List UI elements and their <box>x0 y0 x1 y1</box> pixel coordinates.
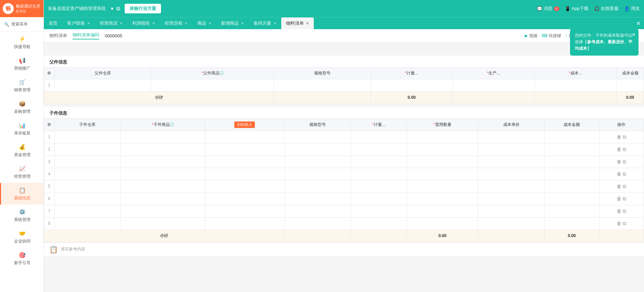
child-unitcost-cell-1[interactable] <box>478 131 545 143</box>
sidebar-item-基础信息[interactable]: 📋 基础信息 <box>0 183 44 205</box>
copy-row-7-button[interactable]: ⧉ <box>623 208 626 214</box>
trial-button[interactable]: 体验行业方案 <box>125 4 161 13</box>
nav-tab-经营历程[interactable]: 经营历程✕ <box>160 17 193 29</box>
tooltip-close-button[interactable]: ✕ <box>632 31 636 38</box>
child-scan-cell-3[interactable] <box>205 155 284 168</box>
online-service-button[interactable]: 🎧 在线客服 <box>594 5 619 12</box>
child-scan-cell-1[interactable] <box>205 131 284 143</box>
child-product-cell-8[interactable] <box>121 217 205 230</box>
delete-row-2-button[interactable]: 🗑 <box>617 147 621 152</box>
parent-warehouse-cell[interactable] <box>54 79 151 91</box>
breadcrumb-bom-list[interactable]: 物料清单 <box>49 33 67 39</box>
child-spec-cell-6[interactable] <box>284 192 351 205</box>
child-product-cell-2[interactable] <box>121 143 205 155</box>
child-qty-cell-6[interactable] <box>407 192 478 205</box>
tab-close-icon[interactable]: ✕ <box>306 21 309 26</box>
video-button[interactable]: ▶ 视频 <box>525 33 537 39</box>
copy-row-5-button[interactable]: ⧉ <box>623 184 626 189</box>
tab-close-icon[interactable]: ✕ <box>152 21 155 26</box>
copy-row-6-button[interactable]: ⧉ <box>623 196 626 202</box>
delete-row-6-button[interactable]: 🗑 <box>617 196 621 202</box>
child-warehouse-cell-2[interactable] <box>54 143 121 155</box>
child-scan-cell-6[interactable] <box>205 192 284 205</box>
child-unitcost-cell-2[interactable] <box>478 143 545 155</box>
nav-tab-商品[interactable]: 商品✕ <box>193 17 216 29</box>
sidebar-item-系统管理[interactable]: ⚙️ 系统管理 <box>0 205 44 226</box>
child-scan-cell-5[interactable] <box>205 180 284 192</box>
child-spec-cell-5[interactable] <box>284 180 351 192</box>
delete-row-3-button[interactable]: 🗑 <box>617 159 621 165</box>
child-qty-cell-3[interactable] <box>407 155 478 168</box>
child-warehouse-cell-8[interactable] <box>54 217 121 230</box>
nav-tab-条码方案[interactable]: 条码方案✕ <box>249 17 281 29</box>
child-spec-cell-8[interactable] <box>284 217 351 230</box>
child-unitcost-cell-8[interactable] <box>478 217 545 230</box>
nav-tab-物料清单[interactable]: 物料清单✕ <box>281 17 314 29</box>
child-warehouse-cell-3[interactable] <box>54 155 121 168</box>
child-scan-cell-7[interactable] <box>205 205 284 217</box>
child-unit-cell-4[interactable] <box>351 168 407 180</box>
child-spec-cell-1[interactable] <box>284 131 351 143</box>
child-warehouse-cell-7[interactable] <box>54 205 121 217</box>
child-unitcost-cell-7[interactable] <box>478 205 545 217</box>
tab-close-icon[interactable]: ✕ <box>273 21 276 26</box>
sidebar-item-新手引导[interactable]: 🎯 新手引导 <box>0 248 44 269</box>
close-all-tabs-button[interactable]: ✕ <box>633 20 644 27</box>
child-unit-cell-5[interactable] <box>351 180 407 192</box>
child-spec-cell-3[interactable] <box>284 155 351 168</box>
child-product-cell-7[interactable] <box>121 205 205 217</box>
child-warehouse-cell-4[interactable] <box>54 168 121 180</box>
delete-row-1-button[interactable]: 🗑 <box>617 134 621 140</box>
parent-spec-cell[interactable] <box>274 79 371 91</box>
child-unit-cell-2[interactable] <box>351 143 407 155</box>
sidebar-item-库存核算[interactable]: 📊 库存核算 <box>0 118 44 140</box>
child-warehouse-cell-1[interactable] <box>54 131 121 143</box>
parent-cost-cell[interactable] <box>534 79 616 91</box>
app-download-button[interactable]: 📱 App下载 <box>565 5 589 12</box>
tab-close-icon[interactable]: ✕ <box>87 21 90 26</box>
delete-row-4-button[interactable]: 🗑 <box>617 171 621 177</box>
sidebar-item-销售管理[interactable]: 🛒 销售管理 <box>0 75 44 96</box>
shortcut-button[interactable]: ⌨ 快捷键 <box>542 33 561 39</box>
nav-tab-客户联络[interactable]: 客户联络✕ <box>62 17 95 29</box>
child-unitcost-cell-5[interactable] <box>478 180 545 192</box>
child-spec-cell-2[interactable] <box>284 143 351 155</box>
parent-product-cell[interactable] <box>151 79 274 91</box>
nav-tab-经营情况[interactable]: 经营情况✕ <box>95 17 127 29</box>
sidebar-item-资金管理[interactable]: 💰 资金管理 <box>0 140 44 161</box>
child-scan-cell-4[interactable] <box>205 168 284 180</box>
child-product-cell-4[interactable] <box>121 168 205 180</box>
child-unitcost-cell-3[interactable] <box>478 155 545 168</box>
tab-close-icon[interactable]: ✕ <box>241 21 244 26</box>
child-qty-cell-5[interactable] <box>407 180 478 192</box>
child-unit-cell-1[interactable] <box>351 131 407 143</box>
nav-tab-首页[interactable]: 首页 <box>44 17 62 29</box>
child-qty-cell-7[interactable] <box>407 205 478 217</box>
copy-row-4-button[interactable]: ⧉ <box>623 171 626 177</box>
search-menu-button[interactable]: 🔍 搜索菜单 <box>3 20 41 28</box>
child-qty-cell-8[interactable] <box>407 217 478 230</box>
system-dropdown-button[interactable]: ▼ <box>110 6 114 11</box>
user-button[interactable]: 👤 用友 <box>624 5 640 12</box>
child-spec-cell-4[interactable] <box>284 168 351 180</box>
child-spec-cell-7[interactable] <box>284 205 351 217</box>
scan-input-button[interactable]: 扫码录入 <box>234 121 255 128</box>
sidebar-item-企业协同[interactable]: 🤝 企业协同 <box>0 226 44 248</box>
child-unit-cell-3[interactable] <box>351 155 407 168</box>
child-product-cell-6[interactable] <box>121 192 205 205</box>
breadcrumb-bom-code[interactable]: 物料清单编码 <box>73 32 99 39</box>
sidebar-item-采购管理[interactable]: 📦 采购管理 <box>0 96 44 118</box>
child-unitcost-cell-6[interactable] <box>478 192 545 205</box>
sidebar-item-快捷导航[interactable]: ⚡ 快捷导航 <box>0 32 44 53</box>
child-qty-cell-1[interactable] <box>407 131 478 143</box>
child-scan-cell-8[interactable] <box>205 217 284 230</box>
parent-unit-cell[interactable] <box>371 79 453 91</box>
child-warehouse-cell-5[interactable] <box>54 180 121 192</box>
child-product-cell-3[interactable] <box>121 155 205 168</box>
child-unit-cell-6[interactable] <box>351 192 407 205</box>
copy-row-3-button[interactable]: ⧉ <box>623 159 626 165</box>
tab-close-icon[interactable]: ✕ <box>185 21 188 26</box>
tab-close-icon[interactable]: ✕ <box>208 21 211 26</box>
delete-row-7-button[interactable]: 🗑 <box>617 208 621 214</box>
child-qty-cell-4[interactable] <box>407 168 478 180</box>
